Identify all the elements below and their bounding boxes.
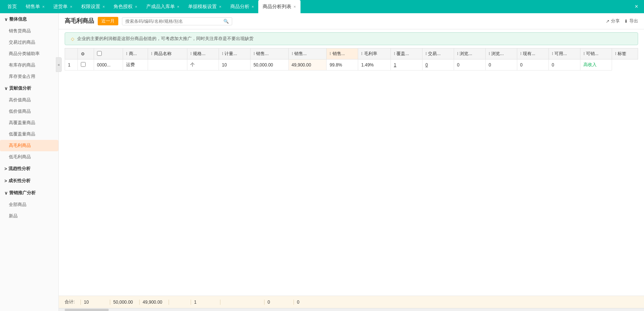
nav-tab-product-import[interactable]: 产成品入库单× [142, 0, 184, 13]
footer-label: 合计: [65, 299, 75, 305]
arrow-icon-financial: ∨ [4, 86, 8, 91]
col-header-tag[interactable]: ⁝ 标签 [612, 48, 638, 59]
cell-saleable_stock: 0 [548, 59, 580, 70]
sidebar-group-financial[interactable]: ∨贡献值分析 [0, 82, 58, 94]
sidebar-item-low-freq[interactable]: 低覆盖量商品 [0, 129, 58, 140]
close-tab-product-import-button[interactable]: × [177, 4, 179, 9]
close-tab-permission-button[interactable]: × [102, 4, 105, 9]
col-header-spec[interactable]: ⁝ 规格... [187, 48, 219, 59]
sidebar-collapse-button[interactable]: « [56, 57, 62, 72]
col-header-sales_qty[interactable]: ⁝ 销售... [250, 48, 288, 59]
cell-code: 0000... [94, 59, 123, 70]
col-label-sales_qty: ⁝ 销售... [253, 51, 269, 56]
col-header-sales_amount[interactable]: ⁝ 销售... [288, 48, 327, 59]
cell-link-transaction[interactable]: 1 [394, 62, 396, 68]
sidebar-group-label-marketing: 营销推广分析 [9, 190, 36, 196]
cell-checkbox[interactable] [78, 59, 94, 70]
sidebar-item-low-value[interactable]: 低价值商品 [0, 106, 58, 117]
footer-cells: 10 50,000.00 49,900.00 1 0 0 [80, 300, 323, 305]
export-button[interactable]: ⬇ 导出 [624, 18, 638, 24]
sidebar-item-all-goods[interactable]: 全部商品 [0, 199, 58, 210]
footer-transaction: 1 [191, 300, 220, 305]
row-index: 1 [65, 59, 78, 70]
col-header-name[interactable]: ⁝ 商品名称 [148, 48, 187, 59]
top-navigation: 首页销售单×进货单×权限设置×角色授权×产成品入库单×单据模板设置×商品分析×商… [0, 0, 644, 13]
nav-tab-sales[interactable]: 销售单× [21, 0, 49, 13]
close-tab-role-button[interactable]: × [135, 4, 137, 9]
sidebar-item-high-value[interactable]: 高价值商品 [0, 94, 58, 106]
close-tab-analysis-button[interactable]: × [252, 4, 254, 9]
nav-tab-template[interactable]: 单据模板设置× [184, 0, 226, 13]
share-label: 分享 [611, 18, 620, 24]
col-label-current_stock: ⁝ 现有... [520, 51, 535, 56]
cell-transaction[interactable]: 1 [391, 59, 422, 70]
arrow-icon-marketing: ∨ [4, 191, 8, 196]
sidebar-group-growth[interactable]: >成长性分析 [0, 175, 58, 187]
nav-tab-import[interactable]: 进货单× [49, 0, 76, 13]
horizontal-scroll-thumb[interactable] [65, 309, 109, 311]
col-label-unit: ⁝ 计量... [222, 51, 237, 56]
col-header-margin_rate[interactable]: ⁝ 毛利率 [358, 48, 391, 59]
sidebar-item-high-freq[interactable]: 高覆盖量商品 [0, 117, 58, 129]
sidebar-item-analysis-assist[interactable]: 商品分类辅助率 [0, 48, 58, 59]
footer-sales-profit: 49,900.00 [139, 300, 169, 305]
info-icon: ◇ [71, 36, 74, 41]
col-label-available_stock: ⁝ 可用... [552, 51, 567, 56]
close-tab-analysis-list-button[interactable]: × [294, 4, 296, 9]
col-header-sales_profit[interactable]: ⁝ 销售... [327, 48, 358, 59]
sidebar-group-label-growth: 成长性分析 [8, 178, 30, 184]
sidebar-item-inventory-goods[interactable]: 有库存的商品 [0, 59, 58, 71]
cell-spec [148, 59, 187, 70]
col-label-spec: ⁝ 规格... [190, 51, 205, 56]
col-header-available_stock[interactable]: ⁝ 可用... [548, 48, 580, 59]
footer-current-stock: 0 [264, 300, 294, 305]
col-header-saleable_stock[interactable]: ⁝ 可销... [580, 48, 612, 59]
share-button[interactable]: ↗ 分享 [606, 18, 620, 24]
arrow-icon-growth: > [4, 178, 7, 184]
sidebar-group-label-trend: 流趋性分析 [8, 166, 30, 172]
col-header-code[interactable]: ⁝ 商... [123, 48, 148, 59]
search-icon[interactable]: 🔍 [223, 19, 229, 24]
close-tab-sales-button[interactable]: × [42, 4, 44, 9]
col-header-browse2[interactable]: ⁝ 浏览... [485, 48, 517, 59]
cell-margin_rate: 99.8% [327, 59, 358, 70]
col-header-current_stock[interactable]: ⁝ 现有... [517, 48, 548, 59]
col-header-settings[interactable]: ⚙ [78, 48, 94, 59]
nav-tab-role[interactable]: 角色授权× [109, 0, 141, 13]
close-all-tabs-button[interactable]: × [632, 3, 641, 10]
col-header-coverage[interactable]: ⁝ 覆盖... [391, 48, 422, 59]
filter-period-button[interactable]: 近一月 [98, 17, 118, 25]
table-row: 10000...运费个1050,000.0049,900.0099.8%1.49… [65, 59, 638, 70]
col-label-margin_rate: ⁝ 毛利率 [361, 51, 377, 56]
search-input[interactable] [125, 19, 223, 24]
sidebar-group-marketing[interactable]: ∨营销推广分析 [0, 187, 58, 199]
nav-tab-analysis-list[interactable]: 商品分析列表× [258, 0, 300, 13]
close-tab-template-button[interactable]: × [219, 4, 221, 9]
search-box: 🔍 [122, 17, 232, 25]
nav-tab-home[interactable]: 首页 [3, 0, 21, 13]
row-checkbox[interactable] [81, 62, 86, 67]
data-table: ⚙⁝ 商...⁝ 商品名称⁝ 规格...⁝ 计量...⁝ 销售...⁝ 销售..… [65, 48, 638, 70]
sidebar-item-new-goods[interactable]: 新品 [0, 210, 58, 222]
select-all-checkbox[interactable] [97, 51, 102, 56]
sidebar-group-overall[interactable]: ∨整体信息 [0, 13, 58, 25]
col-header-browse1[interactable]: ⁝ 浏览... [454, 48, 485, 59]
footer-totals: 合计: 10 50,000.00 49,900.00 1 0 0 [59, 296, 644, 308]
footer-spacer1 [169, 300, 191, 305]
nav-tab-analysis[interactable]: 商品分析× [226, 0, 258, 13]
col-header-unit[interactable]: ⁝ 计量... [219, 48, 250, 59]
sidebar-item-inventory-capital[interactable]: 库存资金占用 [0, 71, 58, 82]
arrow-icon-overall: ∨ [4, 17, 8, 22]
arrow-icon-trend: > [4, 166, 7, 171]
close-tab-import-button[interactable]: × [70, 4, 72, 9]
sidebar-group-trend[interactable]: >流趋性分析 [0, 163, 58, 175]
col-header-transaction[interactable]: ⁝ 交易... [422, 48, 454, 59]
cell-browse1[interactable]: 0 [422, 59, 454, 70]
sidebar-item-low-margin[interactable]: 低毛利商品 [0, 151, 58, 163]
sidebar-item-traded-goods[interactable]: 交易过的商品 [0, 37, 58, 48]
info-banner-text: 企业的主要的利润都是这部分商品创造的，可考虑加大推广，同时关注库存是不要出现缺货 [77, 36, 253, 42]
sidebar-item-high-margin[interactable]: 高毛利商品 [0, 140, 58, 151]
cell-link-browse1[interactable]: 0 [425, 62, 428, 68]
sidebar-item-sales-goods[interactable]: 销售货商品 [0, 25, 58, 37]
nav-tab-permission[interactable]: 权限设置× [77, 0, 109, 13]
